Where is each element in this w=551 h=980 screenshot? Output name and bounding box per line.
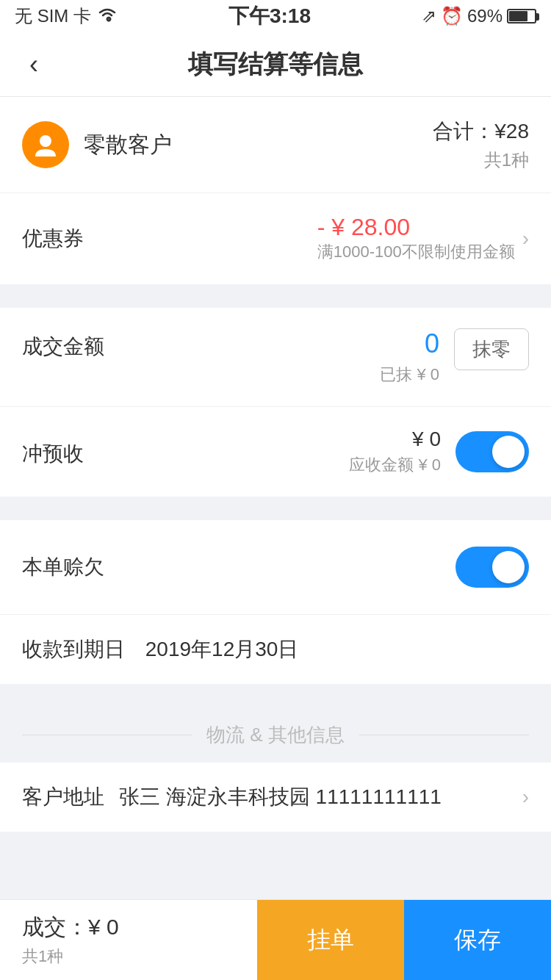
save-button[interactable]: 保存 [404,900,551,981]
toggle-knob [492,436,525,468]
prereceive-right: ¥ 0 应收金额 ¥ 0 [349,428,529,476]
total-count: 共1种 [433,148,529,172]
no-sim-label: 无 SIM 卡 [15,4,91,28]
bottom-spacer [0,843,551,873]
pending-button[interactable]: 挂单 [257,900,404,981]
bottom-deal-row: 成交：¥ 0 [22,912,235,943]
logistics-header-inner: 物流 & 其他信息 [192,722,359,748]
status-left: 无 SIM 卡 [15,4,118,28]
customer-info: 零散客户 [22,121,172,168]
coupon-row[interactable]: 优惠券 - ¥ 28.00 满1000-100不限制使用金额 › [0,192,551,284]
amount-row: 成交金额 0 已抹 ¥ 0 抹零 [0,308,551,407]
credit-toggle[interactable] [455,547,529,588]
section-divider-3 [0,696,551,707]
credit-section: 本单赊欠 收款到期日 2019年12月30日 [0,520,551,684]
back-button[interactable]: ‹ [22,42,46,87]
logistics-header: 物流 & 其他信息 [0,707,551,763]
customer-total: 合计：¥28 共1种 [433,118,529,172]
total-price: 合计：¥28 [433,118,529,145]
credit-toggle-knob [492,551,525,583]
prereceive-main-value: ¥ 0 [349,428,441,451]
coupon-right: - ¥ 28.00 满1000-100不限制使用金额 › [317,214,529,264]
amount-label: 成交金额 [22,328,104,361]
due-date-label: 收款到期日 [22,638,125,660]
logistics-section: 物流 & 其他信息 客户地址 张三 海淀永丰科技园 11111111111 › [0,707,551,832]
amount-section: 成交金额 0 已抹 ¥ 0 抹零 冲预收 ¥ 0 应收金额 ¥ 0 [0,308,551,497]
customer-name: 零散客户 [84,130,172,160]
alarm-icon: ⏰ [441,6,463,26]
credit-label: 本单赊欠 [22,553,104,581]
coupon-label: 优惠券 [22,225,84,253]
chevron-right-icon: › [522,227,529,251]
address-label: 客户地址 [22,783,104,811]
section-divider-1 [0,296,551,308]
battery-icon [507,9,536,24]
bottom-bar: 成交：¥ 0 共1种 挂单 保存 [0,899,551,980]
section-divider-2 [0,508,551,520]
svg-point-0 [40,135,51,147]
content-area: 零散客户 合计：¥28 共1种 优惠券 - ¥ 28.00 满1000-100不… [0,97,551,961]
prereceive-label: 冲预收 [22,436,84,468]
amount-sub: 已抹 ¥ 0 [380,364,439,386]
page-title: 填写结算等信息 [188,48,363,82]
status-right: ⇗ ⏰ 69% [422,6,536,26]
address-row[interactable]: 客户地址 张三 海淀永丰科技园 11111111111 › [0,763,551,832]
address-chevron-icon: › [522,785,529,809]
battery-percent: 69% [467,6,503,26]
bottom-count: 共1种 [22,945,235,968]
customer-section: 零散客户 合计：¥28 共1种 优惠券 - ¥ 28.00 满1000-100不… [0,97,551,284]
logistics-label: 物流 & 其他信息 [206,724,345,746]
nav-bar: ‹ 填写结算等信息 [0,32,551,97]
coupon-discount: - ¥ 28.00 [317,214,515,241]
amount-right: 0 已抹 ¥ 0 抹零 [380,328,529,386]
location-icon: ⇗ [422,6,436,26]
status-time: 下午3:18 [228,2,311,30]
bottom-deal-label: 成交： [22,915,88,939]
prereceive-row: 冲预收 ¥ 0 应收金额 ¥ 0 [0,407,551,497]
amount-value-wrap: 0 已抹 ¥ 0 [380,328,439,386]
credit-row: 本单赊欠 [0,520,551,614]
customer-row: 零散客户 合计：¥28 共1种 [0,97,551,192]
round-zero-button[interactable]: 抹零 [454,328,529,370]
due-date-row: 收款到期日 2019年12月30日 [0,614,551,684]
prereceive-sub-value: 应收金额 ¥ 0 [349,454,441,476]
status-bar: 无 SIM 卡 下午3:18 ⇗ ⏰ 69% [0,0,551,32]
coupon-description: 满1000-100不限制使用金额 [317,241,515,264]
address-value: 张三 海淀永丰科技园 11111111111 [119,783,522,811]
customer-avatar [22,121,69,168]
bottom-deal-value: ¥ 0 [88,915,119,939]
prereceive-toggle[interactable] [455,431,529,472]
due-date-value: 2019年12月30日 [145,638,299,660]
amount-number: 0 [380,328,439,359]
bottom-summary: 成交：¥ 0 共1种 [0,912,257,968]
prereceive-value-wrap: ¥ 0 应收金额 ¥ 0 [349,428,441,476]
wifi-icon [97,6,118,26]
